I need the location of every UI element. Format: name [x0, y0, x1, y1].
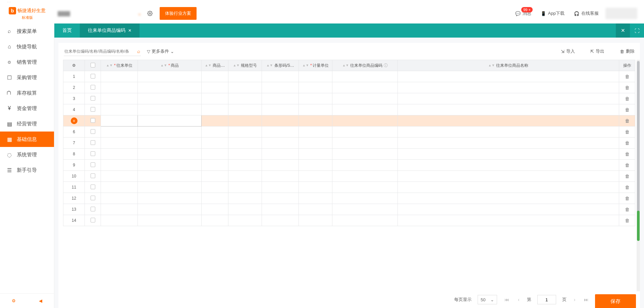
cell[interactable] — [228, 160, 262, 171]
cell[interactable] — [228, 71, 262, 82]
tab-unit-product-code[interactable]: 往来单位商品编码 ✕ — [80, 23, 140, 38]
col-checkbox-all[interactable] — [85, 60, 101, 71]
table-row[interactable]: 11🗑 — [63, 182, 635, 193]
cell-product[interactable] — [138, 82, 202, 93]
cell-product[interactable] — [138, 182, 202, 193]
table-row[interactable]: 6🗑 — [63, 126, 635, 138]
table-row[interactable]: 13🗑 — [63, 204, 635, 215]
sidebar-collapse-icon[interactable]: ◀ — [39, 298, 42, 303]
cell[interactable] — [332, 160, 398, 171]
cell-unit-edit[interactable] — [101, 115, 138, 126]
cell[interactable] — [299, 71, 332, 82]
table-row[interactable]: 1🗑 — [63, 71, 635, 82]
cell-product[interactable] — [138, 138, 202, 149]
cell[interactable] — [202, 160, 228, 171]
cell-unit[interactable] — [101, 82, 138, 93]
cell[interactable] — [202, 82, 228, 93]
table-row[interactable]: 12🗑 — [63, 193, 635, 204]
cell[interactable] — [228, 126, 262, 138]
cell[interactable] — [332, 193, 398, 204]
cell[interactable] — [332, 115, 398, 126]
cell-unit[interactable] — [101, 160, 138, 171]
cell-unit[interactable] — [101, 182, 138, 193]
row-checkbox[interactable] — [85, 204, 101, 215]
import-button[interactable]: ⇲导入 — [561, 48, 575, 54]
row-checkbox[interactable] — [85, 104, 101, 115]
col-settings[interactable]: ⚙ — [63, 60, 85, 71]
sidebar-item-4[interactable]: ⛫库存核算 — [0, 85, 54, 101]
cell[interactable] — [228, 204, 262, 215]
cell[interactable] — [299, 126, 332, 138]
cell-unit[interactable] — [101, 215, 138, 226]
cell[interactable] — [398, 204, 619, 215]
cell[interactable] — [398, 126, 619, 138]
cell[interactable] — [299, 215, 332, 226]
row-checkbox[interactable] — [85, 82, 101, 93]
cell[interactable] — [228, 104, 262, 115]
page-first-button[interactable]: ⏮ — [503, 297, 511, 302]
row-checkbox[interactable] — [85, 149, 101, 160]
table-row[interactable]: 14🗑 — [63, 215, 635, 226]
cell-unit[interactable] — [101, 71, 138, 82]
cell[interactable] — [262, 149, 299, 160]
sidebar-item-9[interactable]: ☰新手引导 — [0, 162, 54, 178]
sidebar-item-1[interactable]: ⌂快捷导航 — [0, 39, 54, 54]
cell-product[interactable] — [138, 149, 202, 160]
row-checkbox[interactable] — [85, 215, 101, 226]
scroll-thumb[interactable] — [637, 61, 640, 215]
cell[interactable] — [332, 126, 398, 138]
row-delete[interactable]: 🗑 — [619, 115, 635, 126]
info-icon[interactable]: ⓘ — [384, 63, 388, 68]
cell[interactable] — [398, 71, 619, 82]
cell-unit[interactable] — [101, 193, 138, 204]
settings-icon[interactable] — [145, 11, 155, 16]
cell[interactable] — [299, 182, 332, 193]
cell[interactable] — [202, 193, 228, 204]
col-barcode[interactable]: ▲▼条形码/S… — [262, 60, 299, 71]
row-delete[interactable]: 🗑 — [619, 182, 635, 193]
col-spec[interactable]: ▲▼规格型号 — [228, 60, 262, 71]
table-row[interactable]: +🗑 — [63, 115, 635, 126]
cell[interactable] — [398, 182, 619, 193]
tab-home[interactable]: 首页 — [54, 23, 80, 38]
row-delete[interactable]: 🗑 — [619, 193, 635, 204]
delete-button[interactable]: 🗑删除 — [620, 48, 635, 54]
table-row[interactable]: 4🗑 — [63, 104, 635, 115]
cell[interactable] — [299, 82, 332, 93]
col-unit[interactable]: ▲▼*往来单位 — [101, 60, 138, 71]
cell-unit[interactable] — [101, 204, 138, 215]
cell-unit[interactable] — [101, 138, 138, 149]
cell[interactable] — [332, 138, 398, 149]
row-delete[interactable]: 🗑 — [619, 149, 635, 160]
tab-close-icon[interactable]: ✕ — [128, 28, 131, 33]
col-product-short[interactable]: ▲▼商品… — [202, 60, 228, 71]
col-product[interactable]: ▲▼*商品 — [138, 60, 202, 71]
cell[interactable] — [299, 93, 332, 104]
cell[interactable] — [332, 82, 398, 93]
cell[interactable] — [398, 138, 619, 149]
cell[interactable] — [332, 182, 398, 193]
row-delete[interactable]: 🗑 — [619, 82, 635, 93]
row-checkbox[interactable] — [85, 126, 101, 138]
cell[interactable] — [228, 82, 262, 93]
table-row[interactable]: 7🗑 — [63, 138, 635, 149]
cell[interactable] — [228, 115, 262, 126]
sidebar-item-6[interactable]: ▤经营管理 — [0, 116, 54, 132]
cell-product[interactable] — [138, 160, 202, 171]
cell[interactable] — [262, 215, 299, 226]
row-checkbox[interactable] — [85, 71, 101, 82]
scroll-thumb-accent[interactable] — [637, 211, 640, 241]
page-next-button[interactable]: › — [573, 297, 577, 302]
row-checkbox[interactable] — [85, 93, 101, 104]
cell[interactable] — [202, 149, 228, 160]
save-button[interactable]: 保存 — [595, 294, 636, 308]
app-download-button[interactable]: 📱 App下载 — [541, 10, 565, 16]
cell[interactable] — [332, 204, 398, 215]
cell[interactable] — [202, 115, 228, 126]
cell[interactable] — [299, 160, 332, 171]
cell-unit[interactable] — [101, 93, 138, 104]
cell[interactable] — [202, 126, 228, 138]
cell-product[interactable] — [138, 215, 202, 226]
cell[interactable] — [398, 104, 619, 115]
sidebar-settings-icon[interactable]: ⚙ — [12, 298, 16, 303]
